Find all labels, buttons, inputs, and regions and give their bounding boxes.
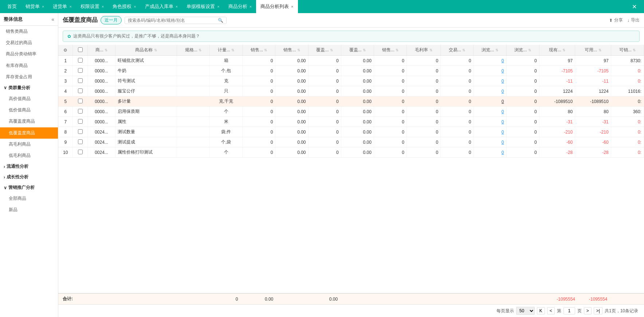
col-browse1[interactable]: 浏览... ⇅ bbox=[474, 45, 506, 56]
row-checkbox[interactable] bbox=[73, 66, 87, 76]
nav-product-analysis[interactable]: 商品分析 × bbox=[224, 0, 256, 13]
row-coverage2: 0.00 bbox=[341, 56, 374, 66]
col-coverage2[interactable]: 覆盖... ⇅ bbox=[341, 45, 374, 56]
row-checkbox[interactable] bbox=[73, 86, 87, 96]
close-icon[interactable]: × bbox=[176, 0, 178, 13]
col-transaction[interactable]: 交易... ⇅ bbox=[441, 45, 474, 56]
row-browse1[interactable]: 0 bbox=[474, 147, 506, 158]
row-code: 0000... bbox=[87, 96, 115, 107]
sidebar-group-circulation[interactable]: › 流通性分析 bbox=[0, 161, 58, 172]
close-icon[interactable]: × bbox=[291, 0, 293, 13]
sidebar-item-stocked[interactable]: 有库存商品 bbox=[0, 60, 58, 71]
col-checkbox[interactable] bbox=[73, 45, 87, 56]
row-browse1[interactable]: 0 bbox=[474, 56, 506, 66]
row-code: 0000... bbox=[87, 117, 115, 127]
filter-recent-month[interactable]: 近一月 bbox=[101, 16, 122, 24]
row-browse1[interactable]: 0 bbox=[474, 137, 506, 147]
sidebar-item-sales-products[interactable]: 销售类商品 bbox=[0, 26, 58, 37]
row-available: -60 bbox=[575, 137, 611, 147]
select-all-checkbox[interactable] bbox=[78, 47, 83, 52]
sidebar-item-traded-products[interactable]: 交易过的商品 bbox=[0, 37, 58, 48]
sidebar-item-low-coverage[interactable]: 低覆盖度商品 bbox=[0, 127, 58, 139]
row-checkbox[interactable] bbox=[73, 56, 87, 66]
row-checkbox[interactable] bbox=[73, 96, 87, 107]
row-browse1[interactable]: 0 bbox=[474, 86, 506, 96]
prev-page-btn[interactable]: < bbox=[547, 307, 555, 314]
sidebar-item-high-margin[interactable]: 高毛利商品 bbox=[0, 139, 58, 150]
close-icon[interactable]: × bbox=[42, 0, 44, 13]
row-checkbox[interactable] bbox=[73, 76, 87, 86]
row-browse1[interactable]: 0 bbox=[474, 127, 506, 137]
sidebar-item-category-rate[interactable]: 商品分类动销率 bbox=[0, 48, 58, 60]
page-number-input[interactable] bbox=[564, 307, 575, 314]
col-sellable[interactable]: 可销... ⇅ bbox=[611, 45, 644, 56]
sidebar-item-high-value[interactable]: 高价值商品 bbox=[0, 93, 58, 104]
row-checkbox[interactable] bbox=[73, 127, 87, 137]
row-browse1[interactable]: 0 bbox=[474, 76, 506, 86]
col-gross-rate[interactable]: 毛利率 ⇅ bbox=[407, 45, 440, 56]
row-sellable: 0: bbox=[611, 66, 644, 76]
col-code[interactable]: 商... ⇅ bbox=[87, 45, 115, 56]
col-sales-profit[interactable]: 销售... ⇅ bbox=[374, 45, 407, 56]
nav-template[interactable]: 单据模板设置 × bbox=[182, 0, 224, 13]
footer-coverage2: 0.00 bbox=[317, 297, 349, 302]
col-coverage1[interactable]: 覆盖... ⇅ bbox=[308, 45, 341, 56]
col-settings[interactable]: ⚙ bbox=[58, 45, 73, 56]
col-sales-amount[interactable]: 销售... ⇅ bbox=[275, 45, 308, 56]
nav-purchase-order[interactable]: 进货单 × bbox=[48, 0, 76, 13]
share-button[interactable]: ⬆ 分享 bbox=[609, 17, 623, 23]
col-spec[interactable]: 规格... ⇅ bbox=[177, 45, 209, 56]
close-icon[interactable]: × bbox=[102, 0, 104, 13]
row-sales-amount: 0.00 bbox=[275, 127, 308, 137]
sidebar-item-low-margin[interactable]: 低毛利商品 bbox=[0, 150, 58, 161]
sidebar-item-high-coverage[interactable]: 高覆盖度商品 bbox=[0, 116, 58, 127]
nav-role[interactable]: 角色授权 × bbox=[108, 0, 140, 13]
sidebar-item-new-products[interactable]: 新品 bbox=[0, 204, 58, 215]
nav-home[interactable]: 首页 bbox=[3, 0, 21, 13]
sidebar-group-marketing[interactable]: ∨ 营销推广分析 bbox=[0, 182, 58, 193]
export-button[interactable]: ↓ 导出 bbox=[627, 17, 640, 23]
close-icon[interactable]: × bbox=[134, 0, 136, 13]
col-current[interactable]: 现有... ⇅ bbox=[539, 45, 575, 56]
search-icon[interactable]: 🔍 bbox=[218, 18, 223, 23]
row-checkbox[interactable] bbox=[73, 147, 87, 158]
page-size-select[interactable]: 50 20 100 200 bbox=[516, 307, 535, 315]
close-icon[interactable]: × bbox=[217, 0, 219, 13]
row-checkbox[interactable] bbox=[73, 107, 87, 117]
nav-product-analysis-list[interactable]: 商品分析列表 × bbox=[256, 0, 298, 13]
row-coverage1: 0 bbox=[308, 137, 341, 147]
sidebar-collapse-btn[interactable]: « bbox=[51, 16, 54, 22]
sidebar-group-quantity[interactable]: ∨ 类群量分析 bbox=[0, 83, 58, 93]
row-browse1[interactable]: 0 bbox=[474, 66, 506, 76]
nav-product-entry[interactable]: 产成品入库单 × bbox=[141, 0, 182, 13]
close-icon[interactable]: × bbox=[69, 0, 71, 13]
last-page-btn[interactable]: >| bbox=[594, 307, 602, 314]
sidebar-item-low-value[interactable]: 低价值商品 bbox=[0, 104, 58, 116]
col-sales-qty[interactable]: 销售... ⇅ bbox=[243, 45, 275, 56]
row-browse1[interactable]: 0 bbox=[474, 96, 506, 107]
row-spec bbox=[177, 56, 209, 66]
nav-sales-order[interactable]: 销货单 × bbox=[21, 0, 48, 13]
nav-permission[interactable]: 权限设置 × bbox=[76, 0, 108, 13]
close-icon[interactable]: × bbox=[250, 0, 252, 13]
row-name: 测试提成 bbox=[115, 137, 177, 147]
window-close-button[interactable]: ✕ bbox=[628, 3, 641, 10]
sidebar-group-growth[interactable]: › 成长性分析 bbox=[0, 172, 58, 182]
row-browse1[interactable]: 0 bbox=[474, 107, 506, 117]
first-page-btn[interactable]: K bbox=[537, 307, 545, 314]
row-checkbox[interactable] bbox=[73, 117, 87, 127]
search-input[interactable] bbox=[128, 18, 216, 23]
row-checkbox[interactable] bbox=[73, 137, 87, 147]
sidebar-item-all-products[interactable]: 全部商品 bbox=[0, 193, 58, 204]
col-name[interactable]: 商品名称 ⇅ bbox=[115, 45, 177, 56]
col-unit[interactable]: 计量... ⇅ bbox=[210, 45, 243, 56]
row-available: -31 bbox=[575, 117, 611, 127]
row-no: 5 bbox=[58, 96, 73, 107]
col-available[interactable]: 可用... ⇅ bbox=[575, 45, 611, 56]
footer-available: -1095554 bbox=[575, 297, 607, 302]
sidebar-item-capital[interactable]: 库存资金占用 bbox=[0, 71, 58, 83]
row-browse1[interactable]: 0 bbox=[474, 117, 506, 127]
row-available: -1089510 bbox=[575, 96, 611, 107]
next-page-btn[interactable]: > bbox=[584, 307, 592, 314]
col-browse2[interactable]: 浏览... ⇅ bbox=[506, 45, 539, 56]
